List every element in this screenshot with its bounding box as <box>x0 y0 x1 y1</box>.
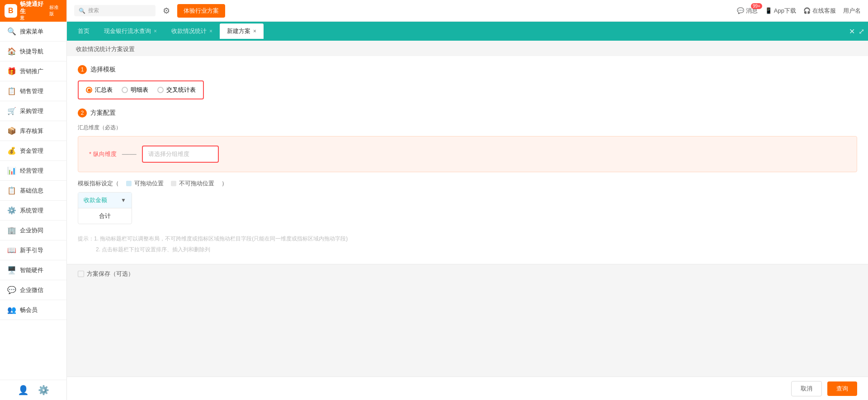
sidebar-item-purchase[interactable]: 🛒采购管理 <box>0 101 66 121</box>
tab-label-home: 首页 <box>78 27 90 35</box>
sidebar-logo: B 畅捷通好生 意 标准版 <box>0 0 66 22</box>
sidebar-icon-system: ⚙️ <box>7 206 16 215</box>
section1-label: 选择模板 <box>90 66 116 74</box>
query-button[interactable]: 查询 <box>827 381 857 396</box>
metrics-dropdown-icon[interactable]: ▼ <box>121 197 126 203</box>
metrics-table: 收款金额 ▼ 合计 <box>78 192 132 224</box>
sidebar-label-basic-info: 基础信息 <box>20 187 43 195</box>
sidebar-icon-member: 👥 <box>7 306 16 314</box>
metrics-section: 模板指标设定（ 可拖动位置 不可拖动位置 ） 收款金额 ▼ <box>78 179 857 224</box>
version-label: 标准版 <box>49 5 62 17</box>
sidebar-item-wechat[interactable]: 💬企业微信 <box>0 280 66 300</box>
content-area: 收款情况统计方案设置 1 选择模板 汇总表 明细表 交叉统计表 <box>67 41 868 376</box>
sidebar-label-smart-hw: 智能硬件 <box>20 266 43 274</box>
metrics-title-end: ） <box>222 179 227 188</box>
template-cross-label: 交叉统计表 <box>166 86 196 94</box>
app-download-btn[interactable]: 📱 App下载 <box>765 7 796 15</box>
radio-summary[interactable] <box>86 87 92 93</box>
dimension-row: 纵向维度 —— 请选择分组维度 <box>89 146 846 163</box>
sidebar-icon-smart-hw: 🖥️ <box>7 266 16 274</box>
tab-label-bank-flow: 现金银行流水查询 <box>104 27 151 35</box>
save-checkbox[interactable] <box>78 271 84 277</box>
sidebar-item-quick-nav[interactable]: 🏠快捷导航 <box>0 42 66 61</box>
topbar-right: 💬 消息 99+ 📱 App下载 🎧 在线客服 用户名 <box>737 7 861 15</box>
sidebar-icon-quick-nav: 🏠 <box>7 47 16 56</box>
sidebar-item-system[interactable]: ⚙️系统管理 <box>0 201 66 221</box>
user-info[interactable]: 用户名 <box>843 7 861 15</box>
settings-icon[interactable]: ⚙ <box>163 6 170 16</box>
section2-num: 2 <box>78 108 87 118</box>
section1-title: 1 选择模板 <box>78 65 857 74</box>
sidebar-label-purchase: 采购管理 <box>20 107 43 115</box>
sidebar-icon-sales: 📋 <box>7 87 16 95</box>
sidebar-item-smart-hw[interactable]: 🖥️智能硬件 <box>0 260 66 280</box>
save-option[interactable]: 方案保存（可选） <box>78 270 134 278</box>
sidebar-item-enterprise[interactable]: 🏢企业协同 <box>0 221 66 240</box>
tab-home[interactable]: 首页 <box>71 24 97 39</box>
search-icon: 🔍 <box>79 8 85 14</box>
search-placeholder: 搜索 <box>88 7 99 14</box>
tab-label-new-plan: 新建方案 <box>227 27 250 35</box>
tab-close-bank-flow[interactable]: × <box>154 28 157 34</box>
tabbar: 首页现金银行流水查询×收款情况统计×新建方案× ✕ ⤢ <box>67 22 868 41</box>
dim-selector[interactable]: 请选择分组维度 <box>142 146 219 163</box>
tab-bank-flow[interactable]: 现金银行流水查询× <box>97 24 164 39</box>
tab-close-new-plan[interactable]: × <box>253 28 256 34</box>
template-option-detail[interactable]: 明细表 <box>122 86 148 94</box>
sidebar-nav: 🔍搜索菜单🏠快捷导航🎁营销推广📋销售管理🛒采购管理📦库存核算💰资金管理📊经营管理… <box>0 22 66 380</box>
notification-btn[interactable]: 💬 消息 99+ <box>737 7 758 15</box>
sidebar-item-inventory[interactable]: 📦库存核算 <box>0 121 66 141</box>
dim-arrow: —— <box>122 150 137 158</box>
template-option-summary[interactable]: 汇总表 <box>86 86 113 94</box>
logo-sub: 意 <box>20 15 47 21</box>
sidebar-item-search-menu[interactable]: 🔍搜索菜单 <box>0 22 66 42</box>
settings-icon[interactable]: ⚙️ <box>38 385 49 395</box>
non-draggable-dot <box>171 181 176 186</box>
sidebar-item-guide[interactable]: 📖新手引导 <box>0 240 66 260</box>
sidebar-icon-finance: 💰 <box>7 146 16 155</box>
sidebar-label-quick-nav: 快捷导航 <box>20 47 43 56</box>
tab-collection-stat[interactable]: 收款情况统计× <box>164 24 220 39</box>
topbar-search[interactable]: 🔍 搜索 <box>74 5 156 16</box>
sidebar-label-enterprise: 企业协同 <box>20 226 43 235</box>
radio-cross[interactable] <box>157 87 164 93</box>
section1-num: 1 <box>78 65 87 74</box>
close-window-icon[interactable]: ✕ <box>849 27 855 36</box>
draggable-dot <box>126 181 132 186</box>
tab-close-collection-stat[interactable]: × <box>209 28 212 34</box>
template-option-cross[interactable]: 交叉统计表 <box>157 86 196 94</box>
sidebar-item-member[interactable]: 👥畅会员 <box>0 300 66 320</box>
logo-text: 畅捷通好生 <box>20 0 47 14</box>
non-draggable-legend: 不可拖动位置 <box>171 179 214 188</box>
sidebar-item-sales[interactable]: 📋销售管理 <box>0 81 66 101</box>
sidebar-label-search-menu: 搜索菜单 <box>20 28 43 36</box>
sidebar-item-operation[interactable]: 📊经营管理 <box>0 161 66 181</box>
sidebar-label-wechat: 企业微信 <box>20 286 43 294</box>
industry-btn[interactable]: 体验行业方案 <box>177 4 225 18</box>
logo-text-block: 畅捷通好生 意 <box>20 0 47 21</box>
sidebar-icon-wechat: 💬 <box>7 286 16 294</box>
dimension-area: 纵向维度 —— 请选择分组维度 <box>78 136 857 172</box>
user-label: 用户名 <box>843 7 861 15</box>
tip1: 提示：1. 拖动标题栏可以调整布局，不可跨维度或指标区域拖动栏目字段(只能在同一… <box>78 233 857 244</box>
sidebar-label-operation: 经营管理 <box>20 167 43 175</box>
radio-detail[interactable] <box>122 87 128 93</box>
sidebar: B 畅捷通好生 意 标准版 🔍搜索菜单🏠快捷导航🎁营销推广📋销售管理🛒采购管理📦… <box>0 0 67 400</box>
sidebar-item-finance[interactable]: 💰资金管理 <box>0 141 66 161</box>
sidebar-item-marketing[interactable]: 🎁营销推广 <box>0 61 66 81</box>
user-icon[interactable]: 👤 <box>18 385 29 395</box>
sidebar-label-sales: 销售管理 <box>20 87 43 95</box>
cancel-button[interactable]: 取消 <box>791 381 822 396</box>
logo-icon: B <box>5 4 17 18</box>
tab-new-plan[interactable]: 新建方案× <box>220 24 264 39</box>
maximize-icon[interactable]: ⤢ <box>859 27 864 36</box>
template-options: 汇总表 明细表 交叉统计表 <box>78 80 204 99</box>
sidebar-icon-marketing: 🎁 <box>7 67 16 75</box>
topbar: 🔍 搜索 ⚙ 体验行业方案 💬 消息 99+ 📱 App下载 🎧 在线客服 用户… <box>67 0 868 22</box>
section2-title: 2 方案配置 <box>78 108 857 118</box>
online-service-btn[interactable]: 🎧 在线客服 <box>803 7 836 15</box>
main-card: 1 选择模板 汇总表 明细表 交叉统计表 2 <box>67 56 868 264</box>
tip2: 2. 点击标题栏下拉可设置排序、插入列和删除列 <box>78 244 857 255</box>
sidebar-label-marketing: 营销推广 <box>20 67 43 75</box>
sidebar-item-basic-info[interactable]: 📋基础信息 <box>0 181 66 201</box>
